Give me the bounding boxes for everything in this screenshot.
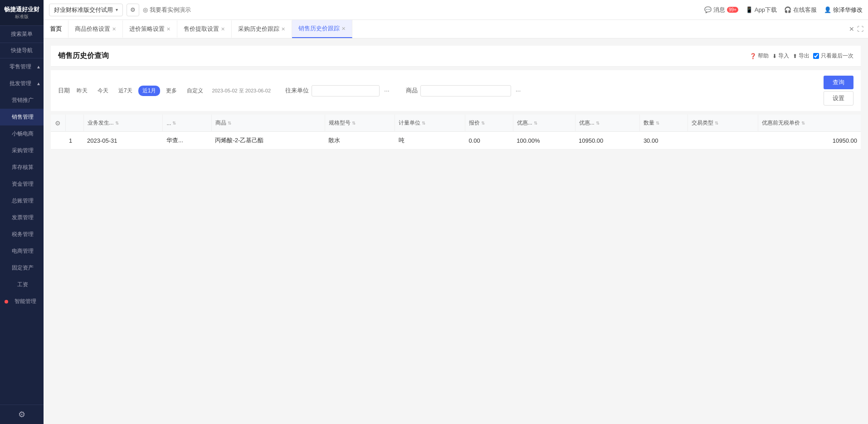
tab-product-price[interactable]: 商品价格设置 ✕ bbox=[68, 20, 123, 38]
tab-product-price-label: 商品价格设置 bbox=[75, 25, 110, 33]
action-buttons: 查询 设置 bbox=[824, 76, 853, 106]
sidebar-item-assets[interactable]: 固定资产 bbox=[0, 260, 44, 276]
source-unit-field: 往来单位 ··· bbox=[285, 85, 391, 96]
th-price[interactable]: 报价 ⇅ bbox=[465, 115, 513, 132]
sidebar-item-accounting[interactable]: 总账管理 bbox=[0, 193, 44, 209]
th-more[interactable]: ... ⇅ bbox=[163, 115, 211, 132]
sidebar-quick-nav[interactable]: 快捷导航 bbox=[0, 43, 44, 58]
message-icon: 💬 bbox=[704, 6, 712, 13]
app-logo-title: 畅捷通好业财 bbox=[4, 5, 40, 14]
th-config: ⚙ bbox=[51, 115, 65, 132]
source-unit-dots[interactable]: ··· bbox=[382, 85, 391, 96]
sidebar-item-ecommerce-small[interactable]: 小畅电商 bbox=[0, 125, 44, 142]
th-spec-sort-icon: ⇅ bbox=[352, 120, 356, 125]
sidebar-search[interactable]: 搜索菜单 bbox=[0, 26, 44, 43]
tab-sale-extract[interactable]: 售价提取设置 ✕ bbox=[177, 20, 232, 38]
tab-purchase-strategy-close[interactable]: ✕ bbox=[166, 26, 171, 32]
date-more[interactable]: 更多 bbox=[162, 86, 181, 96]
th-qty-label: 数量 bbox=[644, 119, 654, 127]
import-button[interactable]: ⬇ 导入 bbox=[772, 52, 789, 60]
search-row: 日期 昨天 今天 近7天 近1月 更多 自定义 2023-05-02 至 202… bbox=[58, 76, 853, 106]
td-discount1: 100.00% bbox=[513, 132, 575, 149]
import-icon: ⬇ bbox=[772, 53, 777, 59]
last-once-checkbox[interactable] bbox=[813, 53, 819, 59]
tab-purchase-strategy[interactable]: 进价策略设置 ✕ bbox=[123, 20, 177, 38]
td-seq: 1 bbox=[65, 132, 83, 149]
tab-purchase-history[interactable]: 采购历史价跟踪 ✕ bbox=[232, 20, 292, 38]
sidebar-item-marketing[interactable]: 营销推广 bbox=[0, 92, 44, 109]
sidebar-item-tax[interactable]: 税务管理 bbox=[0, 226, 44, 243]
help-button[interactable]: ❓ 帮助 bbox=[750, 52, 769, 60]
product-field: 商品 ··· bbox=[406, 85, 523, 96]
tab-product-price-close[interactable]: ✕ bbox=[112, 26, 116, 32]
product-dots[interactable]: ··· bbox=[514, 85, 523, 96]
close-panel-icon[interactable]: ✕ bbox=[849, 25, 854, 33]
export-button[interactable]: ⬆ 导出 bbox=[793, 52, 809, 60]
th-qty-sort-icon: ⇅ bbox=[656, 120, 659, 125]
th-qty[interactable]: 数量 ⇅ bbox=[640, 115, 688, 132]
date-yesterday[interactable]: 昨天 bbox=[73, 86, 92, 96]
version-selector[interactable]: 好业财标准版交付试用 ▾ bbox=[49, 4, 123, 16]
messages-button[interactable]: 💬 消息 99+ bbox=[704, 6, 738, 14]
tab-sale-extract-label: 售价提取设置 bbox=[184, 25, 219, 33]
tab-expand-button[interactable]: ✕ ⛶ bbox=[844, 21, 868, 37]
topbar-right: 💬 消息 99+ 📱 App下载 🎧 在线客服 👤 徐泽华修改 bbox=[704, 6, 863, 14]
sidebar-item-sales[interactable]: 销售管理 bbox=[0, 109, 44, 125]
th-discount1[interactable]: 优惠... ⇅ bbox=[513, 115, 575, 132]
th-tax-price[interactable]: 优惠前无税单价 ⇅ bbox=[758, 115, 861, 132]
messages-badge: 99+ bbox=[727, 7, 738, 13]
th-unit-sort-icon: ⇅ bbox=[422, 120, 425, 125]
th-trans-type[interactable]: 交易类型 ⇅ bbox=[688, 115, 758, 132]
th-product-sort-icon: ⇅ bbox=[228, 120, 231, 125]
search-bar: 日期 昨天 今天 近7天 近1月 更多 自定义 2023-05-02 至 202… bbox=[51, 70, 861, 111]
th-spec[interactable]: 规格型号 ⇅ bbox=[325, 115, 395, 132]
maximize-panel-icon[interactable]: ⛶ bbox=[857, 25, 863, 33]
date-today[interactable]: 今天 bbox=[93, 86, 112, 96]
sidebar-item-invoice[interactable]: 发票管理 bbox=[0, 209, 44, 226]
sidebar-item-retail[interactable]: 零售管理 ▲ bbox=[0, 58, 44, 75]
sidebar-item-payroll[interactable]: 工资 bbox=[0, 276, 44, 293]
table-config-gear-icon[interactable]: ⚙ bbox=[55, 120, 61, 127]
export-icon: ⬆ bbox=[793, 53, 797, 59]
source-unit-label: 往来单位 bbox=[285, 87, 309, 95]
app-download-label: App下载 bbox=[755, 6, 777, 14]
date-1month[interactable]: 近1月 bbox=[138, 86, 161, 96]
sidebar-item-ecommerce[interactable]: 电商管理 bbox=[0, 243, 44, 260]
date-7days[interactable]: 近7天 bbox=[114, 86, 137, 96]
tab-purchase-history-close[interactable]: ✕ bbox=[281, 26, 285, 32]
th-tax-price-sort-icon: ⇅ bbox=[801, 120, 805, 125]
query-button[interactable]: 查询 bbox=[824, 76, 853, 89]
sidebar: 畅捷通好业财 标准版 搜索菜单 快捷导航 零售管理 ▲ 批发管理 ▲ 营销推广 … bbox=[0, 0, 44, 424]
date-group: 昨天 今天 近7天 近1月 更多 自定义 bbox=[73, 86, 207, 96]
th-tax-price-label: 优惠前无税单价 bbox=[762, 119, 800, 127]
demo-button[interactable]: ◎ 我要看实例演示 bbox=[143, 6, 191, 14]
sidebar-item-intelligent[interactable]: 智能管理 bbox=[0, 293, 44, 310]
settings-button[interactable]: 设置 bbox=[824, 91, 853, 106]
tab-sale-extract-close[interactable]: ✕ bbox=[221, 26, 225, 32]
source-unit-input[interactable] bbox=[312, 85, 380, 96]
sidebar-item-purchase[interactable]: 采购管理 bbox=[0, 142, 44, 159]
product-input[interactable] bbox=[420, 85, 511, 96]
online-service-button[interactable]: 🎧 在线客服 bbox=[784, 6, 817, 14]
sidebar-item-finance[interactable]: 资金管理 bbox=[0, 176, 44, 193]
chevron-down-icon: ▾ bbox=[116, 7, 118, 12]
th-more-sort-icon: ⇅ bbox=[172, 120, 176, 125]
page-actions: ❓ 帮助 ⬇ 导入 ⬆ 导出 只看最后一次 bbox=[750, 52, 853, 60]
date-custom[interactable]: 自定义 bbox=[183, 86, 207, 96]
th-unit[interactable]: 计量单位 ⇅ bbox=[395, 115, 465, 132]
sidebar-settings-button[interactable]: ⚙ bbox=[0, 405, 44, 424]
sidebar-item-wholesale[interactable]: 批发管理 ▲ bbox=[0, 75, 44, 92]
app-download-button[interactable]: 📱 App下载 bbox=[746, 6, 777, 14]
tab-home[interactable]: 首页 bbox=[44, 20, 68, 38]
th-product[interactable]: 商品 ⇅ bbox=[211, 115, 325, 132]
tab-sales-history[interactable]: 销售历史价跟踪 ✕ bbox=[292, 20, 352, 38]
th-date[interactable]: 业务发生... ⇅ bbox=[83, 115, 163, 132]
th-discount1-sort-icon: ⇅ bbox=[534, 120, 537, 125]
user-info[interactable]: 👤 徐泽华修改 bbox=[824, 6, 863, 14]
th-price-sort-icon: ⇅ bbox=[481, 120, 485, 125]
topbar-config-button[interactable]: ⚙ bbox=[127, 4, 139, 16]
version-selector-label: 好业财标准版交付试用 bbox=[54, 6, 113, 14]
tab-sales-history-close[interactable]: ✕ bbox=[341, 26, 346, 32]
th-discount2[interactable]: 优惠... ⇅ bbox=[575, 115, 640, 132]
sidebar-item-inventory[interactable]: 库存核算 bbox=[0, 159, 44, 176]
